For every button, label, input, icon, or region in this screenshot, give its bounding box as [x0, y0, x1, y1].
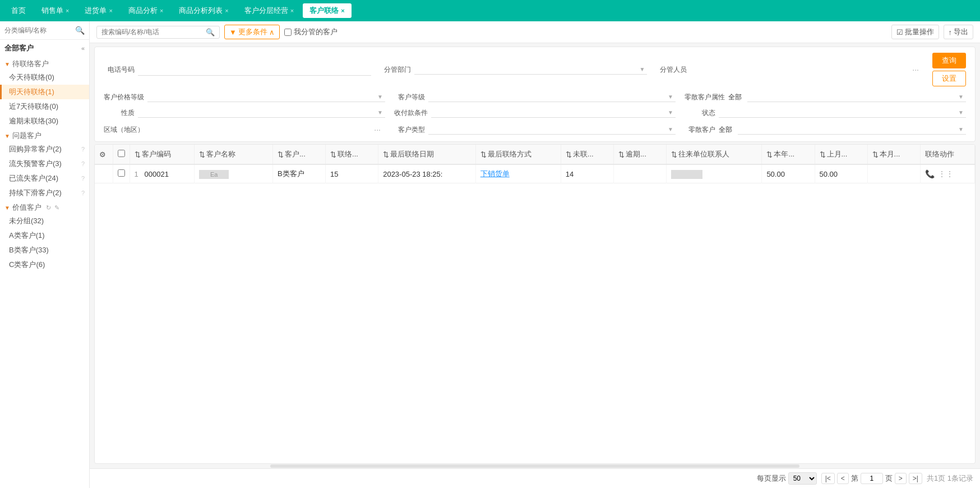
- col-this-year[interactable]: ⇅ 本年...: [762, 145, 815, 164]
- nav-customer-tier[interactable]: 客户分层经营 ×: [238, 3, 301, 18]
- col-overdue[interactable]: ⇅ 逾期...: [613, 145, 666, 164]
- filter-manager-select[interactable]: ···: [690, 63, 923, 76]
- nav-purchase[interactable]: 进货单 ×: [78, 3, 119, 18]
- col-last-contact-method[interactable]: ⇅ 最后联络方式: [475, 145, 561, 164]
- footer: 每页显示 50 100 200 |< < 第 页 > >| 共1页 1条记录: [90, 468, 980, 488]
- footer-nav: |< < 第 页 > >|: [821, 473, 922, 484]
- filter-retail-attr-select[interactable]: ▼: [747, 92, 966, 102]
- filter-customer-grade-select[interactable]: ▼: [428, 92, 676, 102]
- toolbar: 🔍 ▼ 更多条件 ∧ 我分管的客户 ☑ 批量操作 ↑ 导出: [90, 21, 980, 43]
- col-not-contacted[interactable]: ⇅ 未联...: [561, 145, 613, 164]
- col-code[interactable]: ⇅ 客户编码: [130, 145, 194, 164]
- settings-gear-icon[interactable]: ⚙: [99, 150, 106, 159]
- nav-product-analysis[interactable]: 商品分析 ×: [122, 3, 170, 18]
- col-name[interactable]: ⇅ 客户名称: [194, 145, 272, 164]
- col-last-month[interactable]: ⇅ 上月...: [815, 145, 867, 164]
- price-grade-arrow-icon: ▼: [377, 94, 383, 100]
- area-dots-icon[interactable]: ···: [372, 125, 383, 134]
- nav-product-list-close[interactable]: ×: [225, 7, 228, 14]
- td-last-contact-date: 2023-05-23 18:25:: [378, 164, 476, 183]
- sidebar-item-declining[interactable]: 持续下滑客户(2) ?: [0, 186, 89, 200]
- filter-customer-type-select[interactable]: ▼: [428, 125, 676, 135]
- batch-operation-btn[interactable]: ☑ 批量操作: [891, 25, 939, 39]
- sidebar-item-today[interactable]: 今天待联络(0): [0, 70, 89, 85]
- next-page-btn[interactable]: >: [895, 473, 907, 484]
- row-checkbox[interactable]: [118, 169, 125, 177]
- row-name-masked: Ea: [199, 170, 229, 179]
- nav-sales-close[interactable]: ×: [66, 7, 69, 14]
- filter-area-select[interactable]: ···: [147, 123, 385, 136]
- scrollbar-thumb[interactable]: [270, 464, 799, 468]
- nav-product-list[interactable]: 商品分析列表 ×: [172, 3, 235, 18]
- col-contacts[interactable]: ⇅ 联络...: [326, 145, 378, 164]
- sidebar-item-a-class[interactable]: A类客户(1): [0, 228, 89, 243]
- filter-payment-select[interactable]: ▼: [431, 108, 676, 118]
- sidebar-item-churn-warning[interactable]: 流失预警客户(3) ?: [0, 156, 89, 171]
- action-more-icon[interactable]: ⋮⋮: [938, 169, 954, 178]
- filter-phone-label: 电话号码: [104, 65, 135, 75]
- my-customers-checkbox-label[interactable]: 我分管的客户: [284, 27, 338, 37]
- filter-gender-select[interactable]: ▼: [138, 108, 385, 118]
- filter-retail-customer-select[interactable]: ▼: [738, 125, 966, 135]
- td-this-month: [867, 164, 920, 183]
- sidebar-item-ungrouped[interactable]: 未分组(32): [0, 214, 89, 228]
- nav-product-analysis-close[interactable]: ×: [160, 7, 163, 14]
- td-unit-contact: [667, 164, 762, 183]
- sidebar-item-tomorrow[interactable]: 明天待联络(1): [0, 85, 89, 99]
- nav-customer-contact-close[interactable]: ×: [341, 7, 344, 14]
- page-input[interactable]: [861, 473, 883, 484]
- filter-payment-field: 收付款条件 ▼: [394, 108, 676, 118]
- sidebar-item-repurchase-abnormal[interactable]: 回购异常客户(2) ?: [0, 142, 89, 156]
- sidebar-item-overdue[interactable]: 逾期未联络(30): [0, 114, 89, 128]
- sidebar-search-icon[interactable]: 🔍: [75, 26, 85, 35]
- data-table: ⚙ ⇅ 客户编码: [95, 145, 975, 183]
- filter-price-grade-select[interactable]: ▼: [147, 92, 385, 102]
- sidebar-item-7days[interactable]: 近7天待联络(0): [0, 99, 89, 114]
- col-unit-contact[interactable]: ⇅ 往来单位联系人: [667, 145, 762, 164]
- retail-customer-arrow-icon: ▼: [958, 126, 964, 132]
- sidebar-item-c-class[interactable]: C类客户(6): [0, 257, 89, 272]
- page-size-select[interactable]: 50 100 200: [788, 472, 817, 485]
- all-customers-header[interactable]: 全部客户 «: [0, 40, 89, 57]
- filter-dept-select[interactable]: ▼: [414, 65, 648, 75]
- filter-status-select[interactable]: ▼: [719, 108, 966, 118]
- td-checkbox: [113, 164, 130, 183]
- nav-sales[interactable]: 销售单 ×: [35, 3, 76, 18]
- value-refresh-icon[interactable]: ↻: [46, 204, 51, 211]
- sidebar-item-churned[interactable]: 已流失客户(24) ?: [0, 171, 89, 186]
- nav-home[interactable]: 首页: [4, 3, 33, 18]
- first-page-btn[interactable]: |<: [821, 473, 835, 484]
- td-contacts: 15: [326, 164, 378, 183]
- query-btn[interactable]: 查询: [932, 53, 966, 68]
- filter-phone-input[interactable]: [138, 64, 371, 76]
- col-type[interactable]: ⇅ 客户...: [272, 145, 325, 164]
- last-page-btn[interactable]: >|: [909, 473, 922, 484]
- export-btn[interactable]: ↑ 导出: [944, 25, 974, 39]
- prev-page-btn[interactable]: <: [837, 473, 849, 484]
- last-contact-method-link[interactable]: 下销货单: [480, 169, 510, 178]
- col-this-month[interactable]: ⇅ 本月...: [867, 145, 920, 164]
- sidebar-search-input[interactable]: [4, 26, 73, 34]
- table-select-all-checkbox[interactable]: [118, 150, 125, 157]
- search-icon[interactable]: 🔍: [206, 28, 215, 36]
- nav-purchase-close[interactable]: ×: [109, 7, 112, 14]
- sidebar-item-b-class[interactable]: B类客户(33): [0, 243, 89, 257]
- search-box[interactable]: 🔍: [96, 26, 220, 39]
- td-last-month: 50.00: [815, 164, 867, 183]
- value-edit-icon[interactable]: ✎: [54, 204, 59, 211]
- nav-customer-contact[interactable]: 客户联络 ×: [303, 3, 351, 18]
- nav-customer-tier-close[interactable]: ×: [290, 7, 294, 14]
- payment-arrow-icon: ▼: [668, 109, 673, 116]
- col-settings[interactable]: ⚙: [95, 145, 113, 164]
- my-customers-checkbox[interactable]: [284, 29, 292, 36]
- action-phone-icon[interactable]: 📞: [925, 169, 935, 178]
- filter-dept-field: 分管部门 ▼: [380, 65, 648, 75]
- search-input[interactable]: [101, 28, 204, 36]
- set-btn[interactable]: 设置: [932, 71, 966, 86]
- manager-dots-icon[interactable]: ···: [910, 65, 921, 74]
- col-lm-sort-icon: ⇅: [820, 150, 826, 159]
- col-last-contact-date[interactable]: ⇅ 最后联络日期: [378, 145, 476, 164]
- filter-more-btn[interactable]: ▼ 更多条件 ∧: [224, 25, 280, 39]
- filter-panel: 电话号码 分管部门 ▼ 分管人员 ···: [94, 47, 976, 142]
- filter-retail-customer-all-label: 全部: [719, 125, 732, 135]
